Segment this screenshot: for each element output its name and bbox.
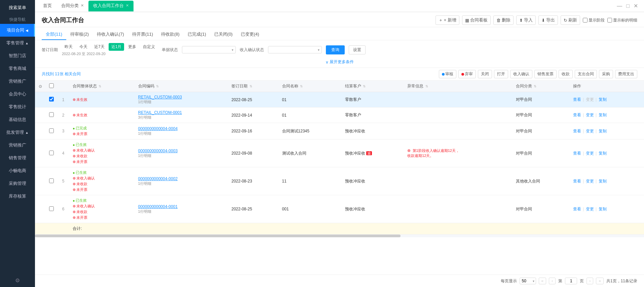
sidebar-item-wholesale-mgmt[interactable]: 批发管理 ▲ [0,126,35,139]
sidebar-item-marketing2[interactable]: 营销推广 [0,139,35,152]
row5-view-btn[interactable]: 查看 [573,179,581,183]
row3-copy-btn[interactable]: 复制 [599,129,607,133]
row2-copy-btn[interactable]: 复制 [599,113,607,117]
row1-copy-btn[interactable]: 复制 [599,97,607,102]
sidebar-item-sales-mgmt[interactable]: 销售管理 [0,152,35,164]
review-btn[interactable]: 审核 [439,70,456,78]
close-btn[interactable]: 关闭 [478,70,492,78]
sidebar-item-member-center[interactable]: 会员中心 [0,88,35,100]
window-minimize[interactable]: — [615,2,623,10]
sales-invoice-btn[interactable]: 销售发票 [534,70,557,78]
date-btn-today[interactable]: 今天 [77,43,90,51]
first-page-btn[interactable]: « [539,278,546,284]
sub-tab-closed[interactable]: 已关闭(0) [210,29,237,40]
row4-edit-btn[interactable]: 变更 [586,151,594,156]
window-close[interactable]: ✕ [632,2,639,10]
show-marks-checkbox-wrap[interactable]: 显示标的明细 [607,17,637,23]
sidebar-settings[interactable]: ⚙ [0,274,35,287]
income-confirm-btn[interactable]: 收入确认 [510,70,532,78]
tab-contract-type-close[interactable]: ✕ [81,3,84,8]
tab-home[interactable]: 首页 [38,0,56,12]
refresh-button[interactable]: ↻ 刷新 [561,15,580,25]
show-stages-checkbox-wrap[interactable]: 显示阶段 [583,17,605,23]
row6-copy-btn[interactable]: 复制 [599,207,607,211]
page-number-input[interactable] [565,278,577,284]
horizontal-scrollbar[interactable] [35,235,644,237]
sidebar-item-xiaochu[interactable]: 小畅电商 [0,164,35,177]
show-stages-checkbox[interactable] [583,18,588,23]
doc-status-select[interactable] [182,46,236,53]
row1-cb[interactable] [49,97,54,101]
tab-contract-type[interactable]: 合同分类 ✕ [56,0,88,12]
expand-filter-button[interactable]: ∨ 展开更多条件 [326,59,354,65]
row6-edit-btn[interactable]: 变更 [586,207,594,211]
row5-checkbox[interactable] [46,167,57,195]
row6-view-btn[interactable]: 查看 [573,207,581,211]
sub-tab-pending-payment[interactable]: 待收款(8) [157,29,184,40]
date-btn-last1m[interactable]: 近1月 [109,43,124,51]
tab-income-workbench-close[interactable]: ✕ [126,3,129,8]
row4-view-btn[interactable]: 查看 [573,151,581,156]
new-button[interactable]: ＋ + 新增 [435,15,460,25]
row3-edit-btn[interactable]: 变更 [586,129,594,133]
row6-cb[interactable] [49,206,54,211]
sidebar-item-purchase[interactable]: 采购管理 [0,177,35,190]
page-size-select[interactable]: 10 20 50 100 [520,278,536,284]
select-all-checkbox[interactable] [49,83,54,88]
date-btn-more[interactable]: 更多 [125,43,139,51]
sub-tab-pending-review[interactable]: 待审核(2) [66,29,93,40]
row2-cb[interactable] [49,112,54,117]
row4-copy-btn[interactable]: 复制 [599,151,607,156]
kanban-button[interactable]: ▦ 合同看板 [462,15,491,25]
tab-income-workbench[interactable]: 收入合同工作台 ✕ [88,1,134,11]
prev-page-btn[interactable]: ‹ [549,278,556,284]
row3-checkbox[interactable] [46,123,57,139]
sidebar-search[interactable]: 搜索菜单 [0,0,35,14]
sub-tab-pending-invoice[interactable]: 待开票(11) [128,29,157,40]
row5-cb[interactable] [49,178,54,183]
row2-checkbox[interactable] [46,108,57,123]
pay-out-btn[interactable]: 支出合同 [575,70,597,78]
date-btn-yesterday[interactable]: 昨天 [62,43,75,51]
import-button[interactable]: ⬆ 导入 [516,15,536,25]
row4-code-link[interactable]: 0000000000004-0003 [138,149,178,153]
query-button[interactable]: 查询 [326,45,345,54]
sidebar-item-retail-stats[interactable]: 零售统计 [0,100,35,113]
row6-checkbox[interactable] [46,195,57,223]
row5-code-link[interactable]: 0000000000004-0002 [138,176,178,181]
row4-cb[interactable] [49,151,54,155]
row2-code-link[interactable]: RETAIL_CUSTOM-0001 [138,110,182,115]
date-btn-last7d[interactable]: 近7天 [91,43,107,51]
date-btn-custom[interactable]: 自定义 [140,43,158,51]
purchase-btn[interactable]: 采购 [599,70,613,78]
row3-cb[interactable] [49,128,54,133]
sidebar-item-retail-mgmt[interactable]: 零售管理 ▲ [0,37,35,49]
sub-tab-completed[interactable]: 已完成(1) [184,29,210,40]
settings-button[interactable]: 设置 [349,45,366,54]
sidebar-quick-nav[interactable]: 快捷导航 [0,14,35,24]
payment-btn[interactable]: 收款 [559,70,573,78]
sub-tab-changed[interactable]: 已变更(4) [237,29,263,40]
row4-checkbox[interactable] [46,139,57,167]
row6-code-link[interactable]: 0000000000004-0001 [138,204,178,209]
row1-view-btn[interactable]: 查看 [573,97,581,102]
sidebar-item-retail-mall[interactable]: 零售商城 [0,62,35,75]
row2-edit-btn[interactable]: 变更 [586,113,594,117]
sub-tab-pending-income-confirm[interactable]: 待收入确认(7) [93,29,128,40]
sub-tab-all[interactable]: 全部(11) [42,29,66,40]
sidebar-item-marketing[interactable]: 营销推广 [0,75,35,88]
row3-view-btn[interactable]: 查看 [573,129,581,133]
sidebar-item-base-info[interactable]: 基础信息 [0,113,35,126]
row3-code-link[interactable]: 0000000000004-0004 [138,126,178,131]
col-settings[interactable]: ⊙ [35,81,46,92]
row5-edit-btn[interactable]: 变更 [586,179,594,183]
row5-copy-btn[interactable]: 复制 [599,179,607,183]
row2-view-btn[interactable]: 查看 [573,113,581,117]
sidebar-item-smart-store[interactable]: 智慧门店 [0,49,35,62]
export-button[interactable]: ⬇ 导出 [538,15,558,25]
show-marks-checkbox[interactable] [607,18,612,23]
delete-button[interactable]: 🗑 删除 [493,15,514,25]
income-confirm-select[interactable] [268,46,322,53]
expense-btn[interactable]: 费用支出 [615,70,637,78]
sidebar-item-project-contract[interactable]: 项目合同 ◀ [0,24,35,37]
